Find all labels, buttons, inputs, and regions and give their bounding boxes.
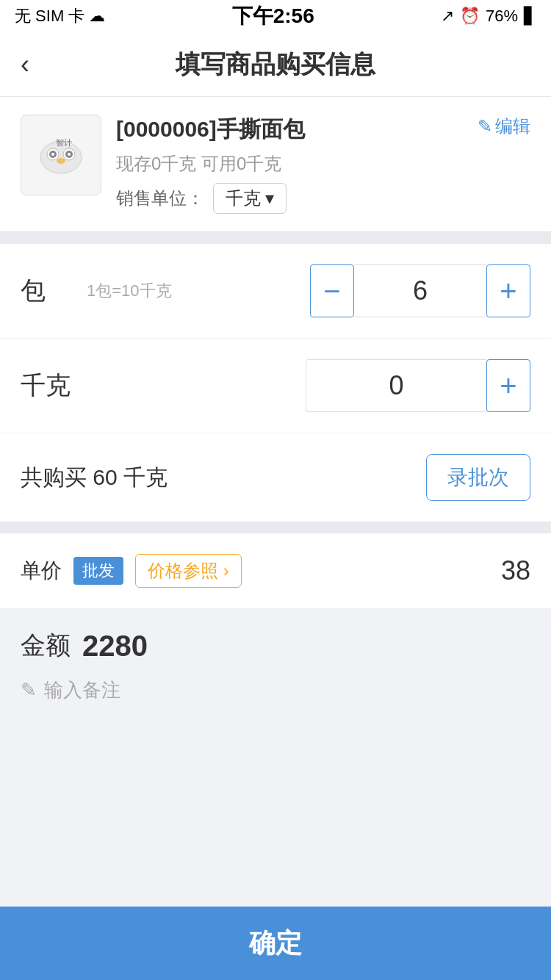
amount-row: 金额 2280 xyxy=(21,629,530,663)
kg-label: 千克 xyxy=(21,369,79,403)
amount-section: 金额 2280 ✎ 输入备注 xyxy=(0,608,551,703)
divider-1 xyxy=(0,232,551,244)
bao-sublabel: 1包=10千克 xyxy=(87,280,310,302)
bao-row: 包 1包=10千克 − + xyxy=(0,244,551,339)
price-label: 单价 xyxy=(21,557,62,585)
product-stock: 现存0千克 可用0千克 xyxy=(116,152,530,176)
nav-bar: ‹ 填写商品购买信息 xyxy=(0,32,551,97)
unit-label: 销售单位： xyxy=(116,187,204,210)
kg-qty-control: + xyxy=(306,359,530,412)
kg-input[interactable] xyxy=(306,359,486,412)
chevron-down-icon: ▾ xyxy=(265,188,274,209)
edit-icon: ✎ xyxy=(478,116,492,137)
product-image: 智计 xyxy=(21,115,101,195)
bao-plus-button[interactable]: + xyxy=(486,264,530,317)
back-button[interactable]: ‹ xyxy=(21,49,29,80)
bao-minus-button[interactable]: − xyxy=(310,264,354,317)
price-ref-button[interactable]: 价格参照 › xyxy=(135,554,242,588)
confirm-button[interactable]: 确定 xyxy=(0,907,551,980)
edit-label: 编辑 xyxy=(495,115,530,138)
sim-label: 无 SIM 卡 ☁ xyxy=(15,5,105,27)
product-section: 智计 [0000006]手撕面包 ✎ 编辑 现存0千克 可用0千克 销售单位： … xyxy=(0,97,551,232)
location-icon: ↗ xyxy=(441,7,454,26)
divider-2 xyxy=(0,522,551,533)
svg-point-7 xyxy=(57,158,65,164)
kg-plus-button[interactable]: + xyxy=(486,359,530,412)
note-row[interactable]: ✎ 输入备注 xyxy=(21,677,530,703)
input-section: 包 1包=10千克 − + 千克 + xyxy=(0,244,551,433)
status-bar: 无 SIM 卡 ☁ 下午2:56 ↗ ⏰ 76% ▋ xyxy=(0,0,551,32)
status-right: ↗ ⏰ 76% ▋ xyxy=(441,7,536,26)
pencil-icon: ✎ xyxy=(21,679,37,702)
product-info: [0000006]手撕面包 ✎ 编辑 现存0千克 可用0千克 销售单位： 千克 … xyxy=(116,115,530,214)
price-tag-batch: 批发 xyxy=(73,557,123,585)
total-text: 共购买 60 千克 xyxy=(21,463,168,493)
unit-value: 千克 xyxy=(226,187,261,210)
svg-text:智计: 智计 xyxy=(56,138,72,147)
alarm-icon: ⏰ xyxy=(460,7,480,26)
edit-button[interactable]: ✎ 编辑 xyxy=(478,115,530,138)
price-value: 38 xyxy=(501,555,530,586)
price-section: 单价 批发 价格参照 › 38 xyxy=(0,533,551,608)
battery-icon: ▋ xyxy=(524,7,536,26)
bao-input[interactable] xyxy=(354,264,486,317)
product-name: [0000006]手撕面包 xyxy=(116,115,305,145)
status-time: 下午2:56 xyxy=(232,2,314,30)
bao-label: 包 xyxy=(21,274,79,308)
svg-point-6 xyxy=(68,153,71,156)
svg-point-5 xyxy=(51,153,54,156)
batch-button[interactable]: 录批次 xyxy=(426,454,530,501)
battery-label: 76% xyxy=(486,7,518,26)
content-fill xyxy=(0,703,551,907)
unit-dropdown[interactable]: 千克 ▾ xyxy=(213,183,287,214)
bao-qty-control: − + xyxy=(310,264,530,317)
product-logo-icon: 智计 xyxy=(35,135,87,176)
kg-row: 千克 + xyxy=(0,339,551,433)
status-left: 无 SIM 卡 ☁ xyxy=(15,5,105,27)
amount-label: 金额 xyxy=(21,629,71,663)
product-unit-row: 销售单位： 千克 ▾ xyxy=(116,183,530,214)
total-section: 共购买 60 千克 录批次 xyxy=(0,433,551,522)
page-title: 填写商品购买信息 xyxy=(176,48,375,82)
amount-value: 2280 xyxy=(82,630,148,663)
note-placeholder: 输入备注 xyxy=(44,677,120,703)
